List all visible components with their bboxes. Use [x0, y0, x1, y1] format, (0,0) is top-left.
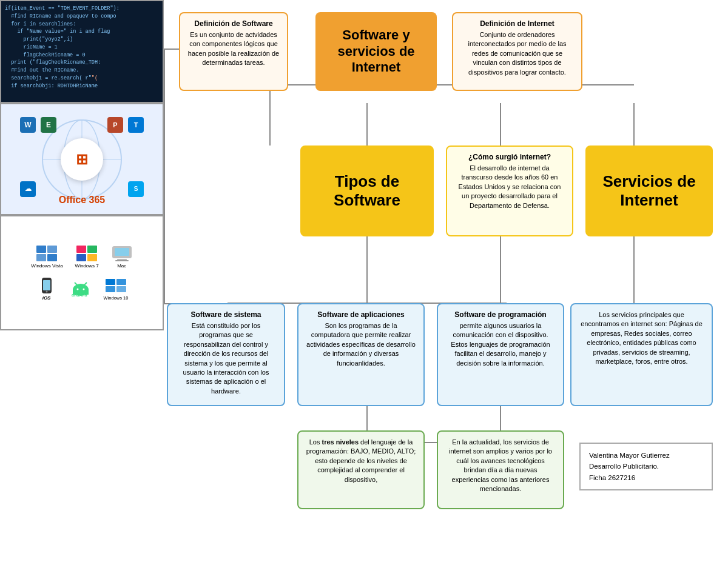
card-servicios-internet: Servicios de Internet	[585, 146, 713, 236]
os-windows-vista: Windows Vista	[31, 245, 62, 269]
os-mac: Mac	[111, 245, 133, 269]
card-como-surgio-title: ¿Cómo surgió internet?	[454, 153, 565, 161]
card-servicios-actuales: En la actualidad, los servicios de inter…	[437, 430, 564, 509]
office-logo: ⊞	[61, 138, 103, 181]
tres-niveles-bold: tres niveles	[322, 438, 359, 446]
os-ios: iOS	[36, 277, 58, 301]
card-tres-niveles-body: Los tres niveles del lenguaje de la prog…	[306, 438, 416, 484]
svg-rect-7	[47, 254, 57, 261]
card-sw-programacion-body: permite algunos usuarios la comunicación…	[445, 321, 556, 368]
windows-vista-icon	[36, 245, 58, 262]
card-sw-sistema: Software de sistema Está constituido por…	[167, 303, 285, 406]
os-images: Windows Vista Windows 7	[0, 215, 164, 330]
card-def-software-body: Es un conjunto de actvidades con compone…	[187, 30, 280, 68]
svg-rect-9	[87, 246, 97, 253]
card-def-internet-title: Definición de Internet	[460, 19, 574, 28]
card-tipos-software-title: Tipos de Software	[308, 172, 426, 210]
card-sw-sistema-body: Está constituido por los programas que s…	[175, 321, 277, 396]
windows7-icon	[76, 245, 98, 262]
card-servicios-actuales-body: En la actualidad, los servicios de inter…	[445, 438, 556, 493]
app-teams: T	[128, 117, 144, 133]
card-software-internet-title: Software y servicios de Internet	[323, 27, 430, 75]
svg-rect-5	[47, 246, 57, 253]
os-windows10: Windows 10	[104, 277, 129, 301]
app-ppt: P	[107, 117, 123, 133]
svg-text:android: android	[72, 293, 87, 297]
svg-rect-30	[106, 286, 115, 292]
svg-rect-31	[116, 286, 126, 292]
svg-rect-8	[76, 246, 86, 253]
svg-line-25	[75, 283, 77, 285]
svg-rect-4	[36, 246, 46, 253]
svg-rect-10	[76, 254, 86, 261]
card-def-software-title: Definición de Software	[187, 19, 280, 28]
app-excel: E	[41, 117, 56, 133]
card-sw-aplicaciones-title: Software de aplicaciones	[306, 310, 416, 319]
os-android: android	[70, 280, 92, 298]
ios-icon	[36, 277, 58, 294]
card-como-surgio: ¿Cómo surgió internet? El desarrollo de …	[446, 146, 573, 236]
card-software-internet: Software y servicios de Internet	[315, 12, 437, 91]
card-sw-aplicaciones-body: Son los programas de la computadora que …	[306, 321, 416, 368]
card-sw-programacion: Software de programación permite algunos…	[437, 303, 564, 406]
card-sw-programacion-title: Software de programación	[445, 310, 556, 319]
os-windows7: Windows 7	[75, 245, 99, 269]
info-box: Valentina Mayor Gutierrez Desarrollo Pub…	[579, 443, 713, 490]
card-tipos-software: Tipos de Software	[300, 146, 434, 236]
card-servicios-internet-title: Servicios de Internet	[593, 172, 706, 210]
office365-label: Office 365	[15, 195, 149, 206]
app-word: W	[20, 117, 36, 133]
mac-icon	[111, 245, 133, 262]
card-como-surgio-body: El desarrollo de internet da transcurso …	[454, 164, 565, 210]
svg-point-23	[76, 288, 78, 290]
svg-rect-13	[115, 248, 129, 256]
card-servicios-principales-body: Los servicios principales que encontramo…	[579, 310, 704, 366]
card-sw-aplicaciones: Software de aplicaciones Son los program…	[297, 303, 425, 406]
card-def-internet-body: Conjunto de ordenadores interconectados …	[460, 30, 574, 77]
code-image: if(item_Event == "TDH_EVENT_FOLDER"): #f…	[0, 0, 164, 103]
mind-map-area: Definición de Software Es un conjunto de…	[167, 6, 722, 556]
svg-line-26	[84, 283, 87, 285]
card-servicios-principales: Los servicios principales que encontramo…	[570, 303, 713, 406]
svg-rect-15	[115, 260, 129, 261]
card-def-internet: Definición de Internet Conjunto de orden…	[452, 12, 582, 91]
svg-rect-11	[87, 254, 97, 261]
card-def-software: Definición de Software Es un conjunto de…	[179, 12, 288, 91]
card-tres-niveles: Los tres niveles del lenguaje de la prog…	[297, 430, 425, 509]
svg-point-24	[83, 288, 84, 290]
svg-rect-17	[43, 280, 50, 290]
svg-point-18	[46, 291, 47, 293]
svg-rect-28	[106, 279, 115, 285]
windows10-icon	[105, 277, 127, 294]
left-column: if(item_Event == "TDH_EVENT_FOLDER"): #f…	[0, 0, 164, 346]
office365-image: W E P T ☁ S ⊞ Office 365	[0, 103, 164, 215]
left-vertical-connector	[164, 49, 165, 303]
info-line1: Valentina Mayor Gutierrez	[589, 450, 703, 461]
card-sw-sistema-title: Software de sistema	[175, 310, 277, 319]
info-line3: Ficha 2627216	[589, 472, 703, 483]
svg-rect-6	[36, 254, 46, 261]
android-icon: android	[70, 280, 92, 297]
info-line2: Desarrollo Publicitario.	[589, 461, 703, 472]
svg-rect-29	[116, 279, 126, 285]
